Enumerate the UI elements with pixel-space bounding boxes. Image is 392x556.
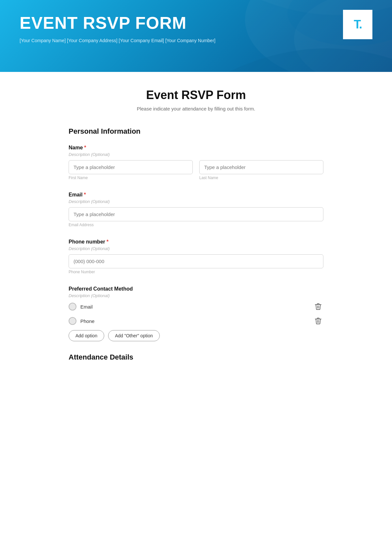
- last-name-input[interactable]: [199, 160, 323, 174]
- main-content: Event RSVP Form Please indicate your att…: [49, 72, 343, 397]
- field-name-description: Description (Optional): [69, 152, 323, 157]
- header: EVENT RSVP FORM [Your Company Name] [You…: [0, 0, 392, 72]
- header-wave: [0, 0, 392, 72]
- header-logo-text: T.: [354, 18, 362, 31]
- field-email-label: Email *: [69, 192, 323, 198]
- delete-email-option-button[interactable]: [313, 301, 323, 312]
- section-personal-title: Personal Information: [69, 127, 323, 136]
- required-star-phone: *: [106, 239, 108, 245]
- email-col: Email Address: [69, 207, 323, 227]
- required-star-name: *: [84, 145, 86, 151]
- phone-hint: Phone Number: [69, 270, 323, 274]
- phone-col: Phone Number: [69, 254, 323, 274]
- form-title: Event RSVP Form: [69, 88, 323, 102]
- radio-circle-email[interactable]: [69, 303, 76, 311]
- field-phone-description: Description (Optional): [69, 246, 323, 251]
- email-input[interactable]: [69, 207, 323, 221]
- field-contact-method: Preferred Contact Method Description (Op…: [69, 286, 323, 341]
- field-contact-label: Preferred Contact Method: [69, 286, 323, 292]
- last-name-col: Last Name: [199, 160, 323, 180]
- required-star-email: *: [84, 192, 86, 198]
- header-subtitle: [Your Company Name] [Your Company Addres…: [20, 38, 372, 43]
- first-name-input[interactable]: [69, 160, 193, 174]
- add-option-row: Add option Add "Other" option: [69, 330, 323, 341]
- form-subtitle: Please indicate your attendance by filli…: [69, 106, 323, 111]
- field-phone: Phone number * Description (Optional) Ph…: [69, 239, 323, 274]
- radio-label-email: Email: [80, 304, 93, 310]
- field-email: Email * Description (Optional) Email Add…: [69, 192, 323, 227]
- first-name-col: First Name: [69, 160, 193, 180]
- email-hint: Email Address: [69, 223, 323, 227]
- delete-phone-option-button[interactable]: [313, 316, 323, 326]
- section-attendance-title: Attendance Details: [69, 353, 323, 362]
- radio-left-email: Email: [69, 303, 93, 311]
- field-name: Name * Description (Optional) First Name…: [69, 145, 323, 180]
- field-email-description: Description (Optional): [69, 199, 323, 204]
- field-phone-label: Phone number *: [69, 239, 323, 245]
- first-name-hint: First Name: [69, 176, 193, 180]
- add-other-option-button[interactable]: Add "Other" option: [108, 330, 160, 341]
- radio-label-phone: Phone: [80, 318, 94, 324]
- phone-field-row: Phone Number: [69, 254, 323, 274]
- name-field-row: First Name Last Name: [69, 160, 323, 180]
- radio-circle-phone[interactable]: [69, 317, 76, 325]
- phone-input[interactable]: [69, 254, 323, 268]
- last-name-hint: Last Name: [199, 176, 323, 180]
- email-field-row: Email Address: [69, 207, 323, 227]
- field-name-label: Name *: [69, 145, 323, 151]
- field-contact-description: Description (Optional): [69, 293, 323, 298]
- radio-left-phone: Phone: [69, 317, 94, 325]
- add-option-button[interactable]: Add option: [69, 330, 104, 341]
- section-attendance: Attendance Details: [69, 353, 323, 362]
- radio-option-email: Email: [69, 301, 323, 312]
- header-logo: T.: [343, 10, 372, 39]
- header-title: EVENT RSVP FORM: [20, 13, 372, 33]
- radio-option-phone: Phone: [69, 316, 323, 326]
